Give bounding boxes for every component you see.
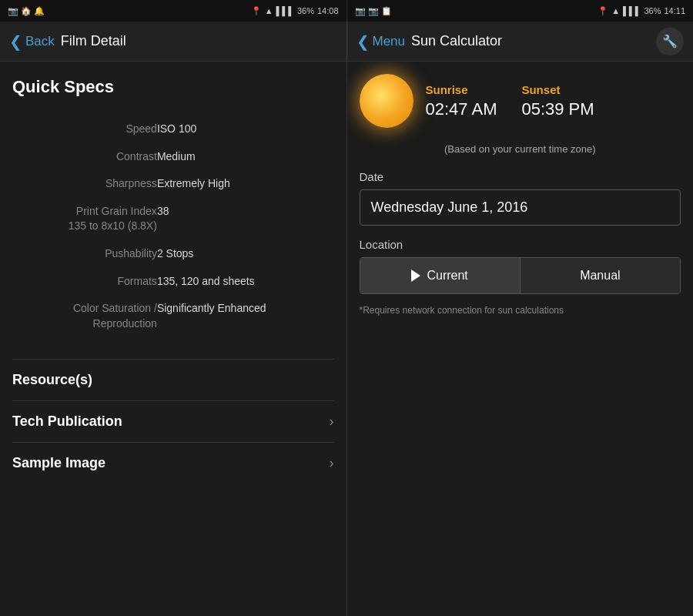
sunset-label: Sunset [521, 83, 594, 96]
menu-label[interactable]: Menu [373, 34, 406, 49]
spec-row-sharpness: Sharpness Extremely High [12, 173, 334, 195]
spec-row-speed: Speed ISO 100 [12, 119, 334, 140]
status-icons-left: 📷 🏠 🔔 [8, 6, 45, 16]
menu-button[interactable]: ❮ Menu [357, 32, 406, 51]
location-icon-r: 📍 [598, 6, 608, 16]
spec-row-pushability: Pushability 2 Stops [12, 243, 334, 265]
wifi-icon-r: ▲ [611, 6, 620, 15]
sunset-time: 05:39 PM [521, 99, 594, 119]
spec-value-color: Significantly Enhanced [157, 298, 334, 334]
current-button-label: Current [427, 269, 467, 283]
nav-bar-right: 🔧 [656, 28, 684, 55]
date-label: Date [360, 170, 681, 183]
spec-label-speed: Speed [12, 119, 157, 140]
battery-left: 36% [297, 6, 314, 15]
tech-publication-chevron-icon: › [330, 413, 334, 430]
spec-value-pushability: 2 Stops [157, 243, 334, 265]
location-icon: 📍 [251, 6, 262, 16]
resources-title: Resource(s) [12, 372, 334, 388]
manual-location-button[interactable]: Manual [521, 258, 680, 293]
spec-label-formats: Formats [12, 271, 157, 293]
status-right-right: 📍 ▲ ▌▌▌ 36% 14:11 [598, 6, 685, 16]
left-panel: Quick Specs Speed ISO 100 Contrast Mediu… [0, 62, 347, 616]
sun-info: Sunrise 02:47 AM Sunset 05:39 PM [360, 74, 681, 128]
main-content: Quick Specs Speed ISO 100 Contrast Mediu… [0, 62, 693, 616]
right-nav-bar: ❮ Menu Sun Calculator 🔧 [347, 22, 694, 62]
battery-right: 36% [644, 6, 661, 15]
spec-value-grain: 38 [157, 201, 334, 237]
sunrise-block: Sunrise 02:47 AM [426, 83, 497, 119]
sunrise-label: Sunrise [426, 83, 497, 96]
location-label: Location [360, 238, 681, 251]
spec-label-contrast: Contrast [12, 146, 157, 168]
right-nav-title: Sun Calculator [411, 33, 502, 49]
manual-button-label: Manual [580, 269, 620, 283]
left-nav-title: Film Detail [61, 33, 126, 49]
status-right-left: 📍 ▲ ▌▌▌ 36% 14:08 [251, 6, 339, 16]
date-field[interactable]: Wednesday June 1, 2016 [360, 189, 681, 226]
sample-image-label: Sample Image [12, 455, 105, 471]
wifi-icon: ▲ [265, 6, 273, 15]
left-nav-bar: ❮ Back Film Detail [0, 22, 347, 62]
status-bar-left: 📷 🏠 🔔 📍 ▲ ▌▌▌ 36% 14:08 [0, 0, 347, 22]
spec-value-sharpness: Extremely High [157, 173, 334, 195]
spec-value-formats: 135, 120 and sheets [157, 271, 334, 293]
quick-specs-title: Quick Specs [12, 77, 334, 97]
sample-image-item[interactable]: Sample Image › [12, 442, 334, 484]
spec-label-grain: Print Grain Index135 to 8x10 (8.8X) [12, 201, 157, 237]
spec-row-color: Color Saturation /Reproduction Significa… [12, 298, 334, 334]
status-bars: 📷 🏠 🔔 📍 ▲ ▌▌▌ 36% 14:08 📷 📷 📋 📍 ▲ ▌▌▌ 36… [0, 0, 693, 22]
sunset-block: Sunset 05:39 PM [521, 83, 594, 119]
spec-row-formats: Formats 135, 120 and sheets [12, 271, 334, 293]
sun-times: Sunrise 02:47 AM Sunset 05:39 PM [426, 83, 594, 119]
app-icons-left: 📷 🏠 🔔 [8, 6, 45, 16]
spec-label-color: Color Saturation /Reproduction [12, 298, 157, 334]
status-bar-right: 📷 📷 📋 📍 ▲ ▌▌▌ 36% 14:11 [347, 0, 694, 22]
spec-value-contrast: Medium [157, 146, 334, 168]
status-icons-right-left: 📷 📷 📋 [355, 6, 392, 16]
section-divider [12, 359, 334, 360]
sunrise-time: 02:47 AM [426, 99, 497, 119]
spec-row-contrast: Contrast Medium [12, 146, 334, 168]
back-button[interactable]: ❮ Back [9, 32, 55, 51]
nav-bars: ❮ Back Film Detail ❮ Menu Sun Calculator… [0, 22, 693, 62]
app-icons-right: 📷 📷 📋 [355, 6, 392, 16]
menu-chevron-icon: ❮ [357, 32, 370, 51]
spec-row-grain: Print Grain Index135 to 8x10 (8.8X) 38 [12, 201, 334, 237]
wrench-button[interactable]: 🔧 [656, 28, 684, 55]
back-label[interactable]: Back [25, 34, 55, 49]
time-right: 14:11 [664, 6, 685, 15]
date-value: Wednesday June 1, 2016 [371, 199, 528, 215]
spec-label-pushability: Pushability [12, 243, 157, 265]
location-buttons: Current Manual [360, 257, 681, 294]
sun-icon [360, 74, 413, 128]
tech-publication-label: Tech Publication [12, 413, 122, 430]
specs-table: Speed ISO 100 Contrast Medium Sharpness … [12, 112, 334, 340]
signal-icon: ▌▌▌ [276, 6, 294, 15]
spec-label-sharpness: Sharpness [12, 173, 157, 195]
wrench-icon: 🔧 [662, 34, 678, 49]
play-icon [411, 270, 420, 282]
sample-image-chevron-icon: › [330, 455, 334, 471]
right-panel: Sunrise 02:47 AM Sunset 05:39 PM (Based … [347, 62, 694, 616]
back-chevron-icon: ❮ [9, 32, 22, 51]
tech-publication-item[interactable]: Tech Publication › [12, 400, 334, 442]
current-location-button[interactable]: Current [360, 258, 521, 293]
signal-icon-r: ▌▌▌ [623, 6, 641, 15]
network-note: *Requires network connection for sun cal… [360, 305, 681, 316]
spec-value-speed: ISO 100 [157, 119, 334, 140]
time-left: 14:08 [317, 6, 339, 15]
timezone-note: (Based on your current time zone) [360, 143, 681, 155]
